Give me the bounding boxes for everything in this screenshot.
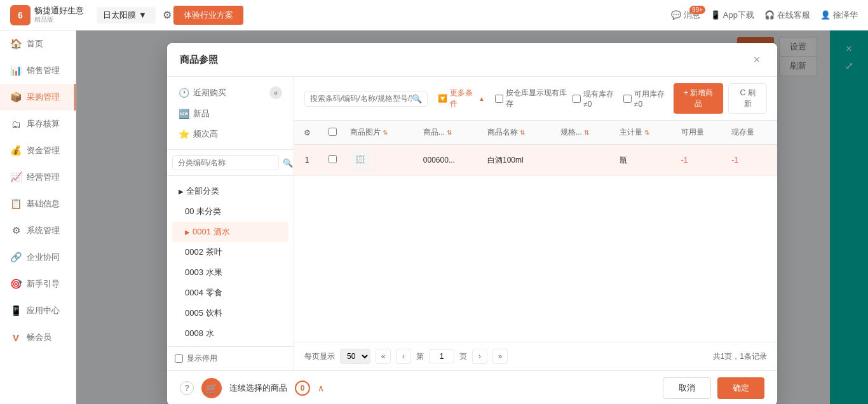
modal-footer: ? 🛒 连续选择的商品 0 ∧ 取消 确定 (167, 370, 777, 404)
unit-col-label: 主计量 (620, 127, 642, 138)
purchase-icon: 📦 (10, 91, 22, 103)
sidebar-item-finance[interactable]: 💰 资金管理 (0, 137, 76, 164)
sidebar-item-operations[interactable]: 📈 经营管理 (0, 164, 76, 191)
sidebar-item-purchase[interactable]: 📦 采购管理 (0, 84, 76, 111)
sidebar-item-sales[interactable]: 📊 销售管理 (0, 57, 76, 84)
online-service-nav-item[interactable]: 🎧 在线客服 (764, 10, 810, 21)
available-col-label: 可用量 (681, 128, 704, 137)
new-product-label: 新品 (193, 108, 210, 119)
sidebar-label-purchase: 采购管理 (27, 91, 60, 103)
filter-label: 更多条件 (450, 88, 476, 109)
quick-new-product[interactable]: 🆕 新品 (172, 104, 288, 124)
nav-right: 💬 消息 99+ 📱 App下载 🎧 在线客服 👤 徐泽华 (671, 10, 858, 21)
user-nav-item[interactable]: 👤 徐泽华 (820, 10, 858, 21)
category-drinks[interactable]: 0005 饮料 (172, 303, 288, 323)
cancel-button[interactable]: 取消 (663, 377, 711, 399)
select-all-checkbox[interactable] (329, 128, 337, 136)
row-select-checkbox[interactable] (329, 155, 337, 163)
current-stock-filter[interactable]: 现有库存≠0 (573, 89, 618, 109)
inventory-icon: 🗂 (10, 118, 22, 130)
prev-page-btn[interactable]: ‹ (396, 349, 411, 364)
sidebar-item-guide[interactable]: 🎯 新手引导 (0, 271, 76, 297)
available-stock-filter[interactable]: 可用库存≠0 (623, 89, 669, 109)
trial-button[interactable]: 体验行业方案 (173, 6, 243, 25)
col-name: 商品名称 ⇅ (482, 121, 555, 145)
cart-button[interactable]: 🛒 (201, 378, 222, 398)
enterprise-icon: 🔗 (10, 252, 22, 263)
footer-actions: 取消 确定 (663, 377, 764, 399)
image-col-label: 商品图片 (350, 127, 381, 138)
sidebar-item-member[interactable]: V 畅会员 (0, 324, 76, 351)
category-tea[interactable]: 0002 茶叶 (172, 242, 288, 262)
logo-text: 畅捷通好生意 (34, 6, 84, 16)
spec-col-label: 规格... (560, 127, 582, 138)
warehouse-stock-filter[interactable]: 按仓库显示现有库存 (495, 88, 567, 109)
modal-close-icon[interactable]: × (749, 52, 764, 67)
new-product-icon: 🆕 (179, 109, 189, 119)
sidebar-item-system[interactable]: ⚙ 系统管理 (0, 217, 76, 244)
category-fruit-label: 0003 水果 (185, 267, 222, 278)
basic-info-icon: 📋 (10, 198, 22, 210)
code-col-label: 商品... (423, 127, 445, 138)
next-page-btn[interactable]: › (472, 349, 487, 364)
apps-icon: 📱 (10, 305, 22, 316)
user-icon: 👤 (820, 10, 831, 20)
category-tree: ▶ 全部分类 00 未分类 ▶ 0001 酒水 0002 茶 (167, 176, 294, 346)
gear-icon[interactable]: ⚙ (161, 9, 173, 22)
category-uncategorized[interactable]: 00 未分类 (172, 201, 288, 222)
available-stock-checkbox[interactable] (623, 95, 632, 103)
store-selector[interactable]: 日太阳膜 ▼ (97, 7, 156, 24)
table-row[interactable]: 1 🖼 (294, 145, 777, 176)
category-search-icon[interactable]: 🔍 (283, 158, 293, 168)
page-size-select[interactable]: 50 (340, 349, 370, 364)
sidebar-label-member: 畅会员 (27, 332, 51, 343)
collapse-quick-btn[interactable]: « (269, 86, 282, 99)
row-name: 白酒100ml (482, 145, 555, 176)
warehouse-stock-checkbox[interactable] (495, 95, 503, 103)
sidebar-label-guide: 新手引导 (27, 278, 60, 290)
spec-sort-icon[interactable]: ⇅ (584, 129, 589, 136)
col-stock: 现存量 (726, 121, 777, 145)
name-sort-icon[interactable]: ⇅ (520, 129, 525, 136)
current-page-input[interactable] (429, 349, 454, 363)
category-alcohol[interactable]: ▶ 0001 酒水 (172, 222, 288, 242)
last-page-btn[interactable]: » (492, 349, 508, 364)
product-search-icon[interactable]: 🔍 (412, 94, 422, 104)
category-fruit[interactable]: 0003 水果 (172, 262, 288, 283)
cart-count: 0 (295, 380, 310, 396)
more-filters-btn[interactable]: 🔽 更多条件 ▲ (433, 85, 490, 112)
confirm-button[interactable]: 确定 (717, 377, 764, 399)
store-dropdown-icon: ▼ (139, 10, 147, 20)
app-download-nav-item[interactable]: 📱 App下载 (710, 10, 754, 21)
add-product-btn[interactable]: + 新增商品 (674, 83, 723, 114)
category-water[interactable]: 0008 水 (172, 323, 288, 344)
quick-recent-purchase[interactable]: 🕐 近期购买 « (172, 82, 288, 104)
sidebar-item-home[interactable]: 🏠 首页 (0, 30, 76, 57)
code-sort-icon[interactable]: ⇅ (447, 129, 452, 136)
help-icon[interactable]: ? (180, 381, 194, 395)
row-code: 000600... (418, 145, 482, 176)
sidebar-item-basic-info[interactable]: 📋 基础信息 (0, 191, 76, 217)
category-all[interactable]: ▶ 全部分类 (172, 181, 288, 201)
show-disabled-checkbox[interactable] (175, 354, 183, 363)
settings-col-icon[interactable]: ⚙ (304, 128, 311, 137)
refresh-btn[interactable]: C 刷新 (728, 83, 767, 114)
category-snacks[interactable]: 0004 零食 (172, 283, 288, 303)
quick-high-frequency[interactable]: ⭐ 频次高 (172, 124, 288, 144)
show-disabled-area: 显示停用 (167, 346, 294, 370)
current-stock-checkbox[interactable] (573, 95, 581, 103)
category-alcohol-label: 0001 酒水 (193, 226, 230, 238)
sidebar-item-inventory[interactable]: 🗂 库存核算 (0, 111, 76, 137)
messages-nav-item[interactable]: 💬 消息 99+ (671, 10, 700, 21)
available-stock-label: 可用库存≠0 (634, 89, 669, 109)
sidebar-item-apps[interactable]: 📱 应用中心 (0, 297, 76, 324)
collapse-arrow-icon[interactable]: ∧ (318, 383, 324, 393)
category-search-input[interactable] (172, 155, 279, 170)
store-name: 日太阳膜 (103, 10, 136, 21)
image-sort-icon[interactable]: ⇅ (383, 129, 388, 136)
product-search-input[interactable] (310, 94, 412, 103)
first-page-btn[interactable]: « (376, 349, 391, 364)
sidebar-item-enterprise[interactable]: 🔗 企业协同 (0, 244, 76, 271)
system-icon: ⚙ (10, 225, 22, 236)
unit-sort-icon[interactable]: ⇅ (644, 129, 649, 136)
